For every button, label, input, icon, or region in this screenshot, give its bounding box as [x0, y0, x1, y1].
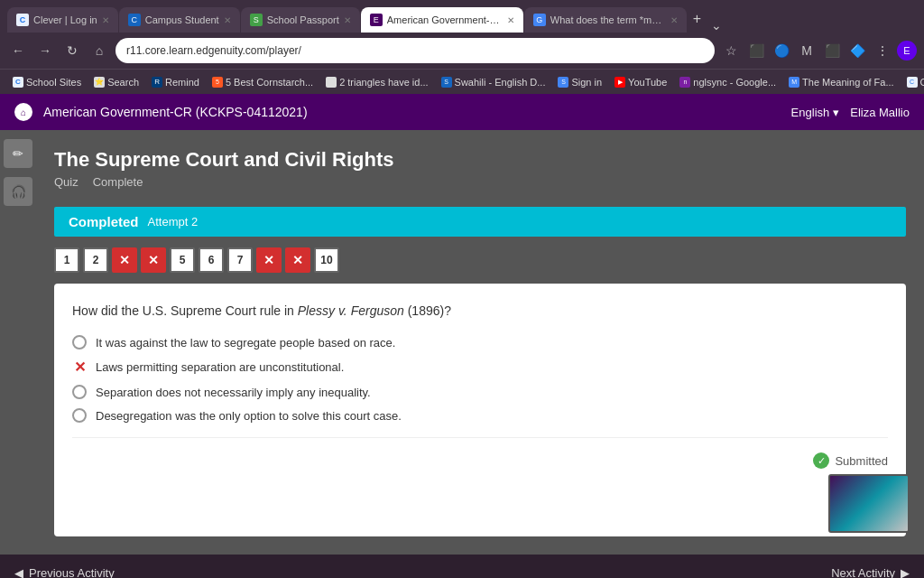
q-btn-2[interactable]: 2 — [83, 247, 108, 273]
check-circle-icon: ✓ — [813, 452, 829, 469]
bookmark-youtube-label: YouTube — [628, 77, 667, 88]
extension-btn-5[interactable]: 🔷 — [846, 40, 868, 61]
answer-option-2[interactable]: ✕ Laws permitting separation are unconst… — [72, 359, 888, 376]
q-btn-9[interactable]: ✕ — [285, 247, 310, 273]
bookmark-youtube[interactable]: ▶ YouTube — [609, 75, 672, 89]
tab-google-close[interactable]: ✕ — [670, 15, 678, 25]
answer-option-2-text: Laws permitting separation are unconstit… — [96, 360, 344, 374]
bookmark-meaning[interactable]: M The Meaning of Fa... — [783, 75, 900, 89]
q-btn-1[interactable]: 1 — [54, 247, 79, 273]
bk-meaning-icon: M — [789, 77, 799, 88]
extension-btn-4[interactable]: ⬛ — [821, 40, 843, 61]
q-btn-10[interactable]: 10 — [314, 247, 339, 273]
bookmark-signin[interactable]: S Sign in — [552, 75, 607, 89]
next-activity-label: Next Activity — [831, 566, 895, 579]
bookmark-swahili[interactable]: S Swahili - English D... — [436, 75, 551, 89]
language-dropdown-icon: ▾ — [833, 106, 839, 119]
q-btn-3[interactable]: ✕ — [112, 247, 137, 273]
bk-cornstarch-icon: 5 — [212, 77, 223, 88]
bk-clever-icon: C — [907, 77, 918, 88]
profile-icon[interactable]: E — [897, 41, 917, 61]
thumbnail-preview — [828, 474, 910, 533]
address-bar-row: ← → ↻ ⌂ ☆ ⬛ 🔵 M ⬛ 🔷 ⋮ E — [0, 33, 924, 69]
tab-school[interactable]: S School Passport ✕ — [241, 7, 360, 33]
next-arrow-icon: ▶ — [901, 566, 910, 579]
school-favicon: S — [250, 14, 263, 26]
next-activity-button[interactable]: Next Activity ▶ — [831, 566, 910, 579]
extension-btn-1[interactable]: ⬛ — [745, 40, 767, 61]
tab-campus[interactable]: C Campus Student ✕ — [119, 7, 240, 33]
tab-edgenuity-title: American Government-CR (K... — [387, 14, 503, 25]
tab-edgenuity[interactable]: E American Government-CR (K... ✕ — [361, 7, 523, 33]
bookmark-triangles[interactable]: △ 2 triangles have id... — [320, 75, 433, 89]
bk-search-icon: ⭐ — [94, 77, 105, 88]
tab-edgenuity-close[interactable]: ✕ — [507, 15, 514, 25]
extension-btn-2[interactable]: 🔵 — [771, 40, 792, 61]
radio-4 — [72, 408, 87, 423]
attempt-label: Attempt 2 — [148, 215, 199, 228]
bookmark-clever-label: Clever — [920, 77, 924, 88]
bookmark-search[interactable]: ⭐ Search — [88, 75, 144, 89]
previous-activity-label: Previous Activity — [29, 566, 115, 579]
new-tab-button[interactable]: + — [688, 11, 707, 27]
quiz-status-label: Complete — [93, 175, 143, 189]
q-btn-4[interactable]: ✕ — [141, 247, 166, 273]
answer-option-1[interactable]: It was against the law to segregate peop… — [72, 335, 888, 350]
bottom-nav: ◀ Previous Activity Next Activity ▶ — [0, 555, 924, 578]
tab-clever-title: Clever | Log in — [33, 14, 97, 25]
address-input[interactable] — [116, 38, 715, 63]
q-btn-7[interactable]: 7 — [227, 247, 253, 273]
tab-clever[interactable]: C Clever | Log in ✕ — [7, 7, 118, 33]
bookmark-triangles-label: 2 triangles have id... — [339, 77, 428, 88]
bk-swahili-icon: S — [441, 77, 452, 88]
pencil-button[interactable]: ✏ — [4, 139, 32, 168]
question-text-after: (1896)? — [404, 303, 451, 318]
headphone-button[interactable]: 🎧 — [4, 177, 32, 206]
radio-3 — [72, 385, 87, 399]
user-name: Eliza Mallio — [850, 106, 910, 119]
tab-clever-close[interactable]: ✕ — [102, 15, 109, 25]
answer-option-4[interactable]: Desegregation was the only option to sol… — [72, 408, 888, 423]
course-title: American Government-CR (KCKPS-04112021) — [43, 105, 791, 119]
answer-option-4-text: Desegregation was the only option to sol… — [96, 409, 402, 423]
submitted-badge: ✓ Submitted — [813, 452, 888, 469]
answer-options: It was against the law to segregate peop… — [72, 335, 888, 423]
forward-button[interactable]: → — [34, 40, 56, 61]
tab-school-title: School Passport — [267, 14, 339, 25]
question-italic: Plessy v. Ferguson — [298, 303, 404, 318]
back-button[interactable]: ← — [7, 40, 29, 61]
bookmark-nglsync[interactable]: n nglsync - Google... — [674, 75, 781, 89]
main-area: The Supreme Court and Civil Rights Quiz … — [36, 130, 924, 555]
bookmark-swahili-label: Swahili - English D... — [455, 77, 546, 88]
extension-btn-3[interactable]: M — [796, 40, 818, 61]
language-selector[interactable]: English ▾ — [791, 106, 840, 119]
header-right: English ▾ Eliza Mallio — [791, 106, 910, 119]
language-label: English — [791, 106, 830, 119]
bookmark-star-button[interactable]: ☆ — [720, 40, 742, 61]
bookmark-remind[interactable]: R Remind — [146, 75, 205, 89]
quiz-subtitle-row: Quiz Complete — [54, 175, 906, 189]
tab-overflow-button[interactable]: ⌄ — [707, 18, 725, 33]
q-btn-5[interactable]: 5 — [170, 247, 195, 273]
bookmark-school-sites[interactable]: C School Sites — [7, 75, 87, 89]
submitted-text: Submitted — [835, 454, 888, 468]
q-btn-8[interactable]: ✕ — [256, 247, 282, 273]
tab-school-close[interactable]: ✕ — [344, 15, 351, 25]
home-button[interactable]: ⌂ — [88, 40, 110, 61]
bk-triangles-icon: △ — [326, 77, 337, 88]
tab-google[interactable]: G What does the term *manda... ✕ — [524, 7, 687, 33]
content-area: ✏ 🎧 The Supreme Court and Civil Rights Q… — [0, 130, 924, 555]
tab-campus-close[interactable]: ✕ — [224, 15, 231, 25]
edgenuity-app: ⌂ American Government-CR (KCKPS-04112021… — [0, 94, 924, 555]
bookmark-remind-label: Remind — [165, 77, 199, 88]
settings-button[interactable]: ⋮ — [872, 40, 893, 61]
q-btn-6[interactable]: 6 — [199, 247, 224, 273]
quiz-title-section: The Supreme Court and Civil Rights Quiz … — [54, 148, 906, 200]
bookmark-meaning-label: The Meaning of Fa... — [802, 77, 894, 88]
reload-button[interactable]: ↻ — [61, 40, 83, 61]
edgenuity-logo: ⌂ — [14, 103, 32, 121]
answer-option-3[interactable]: Separation does not necessarily imply an… — [72, 385, 888, 399]
bookmark-cornstarch[interactable]: 5 5 Best Cornstarch... — [207, 75, 319, 89]
previous-activity-button[interactable]: ◀ Previous Activity — [14, 566, 115, 579]
bookmark-clever[interactable]: C Clever — [901, 75, 924, 89]
